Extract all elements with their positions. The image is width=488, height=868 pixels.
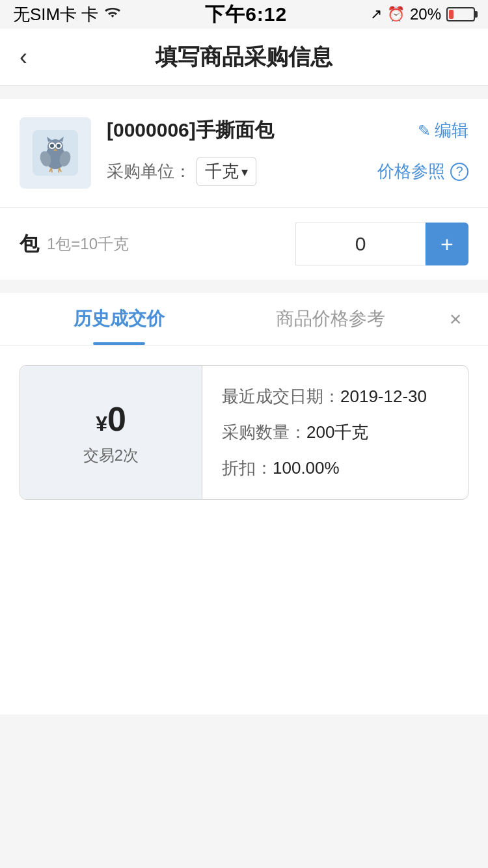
price-detail-discount: 折扣：100.00% xyxy=(222,455,448,481)
battery-percent: 20% xyxy=(410,5,441,23)
quantity-input[interactable]: 0 xyxy=(295,223,426,265)
svg-point-5 xyxy=(50,144,54,148)
time-display: 下午6:12 xyxy=(205,1,287,28)
product-name: [0000006]手撕面包 xyxy=(107,117,274,144)
alarm-icon: ⏰ xyxy=(387,6,405,23)
price-detail-date: 最近成交日期：2019-12-30 xyxy=(222,384,448,409)
product-image xyxy=(20,117,91,189)
unit-label: 采购单位： xyxy=(107,160,191,183)
price-card-section: ¥0 交易2次 最近成交日期：2019-12-30 采购数量：200千克 折扣：… xyxy=(0,346,488,519)
battery-icon xyxy=(446,7,475,21)
chevron-down-icon: ▾ xyxy=(241,164,248,180)
svg-line-15 xyxy=(59,168,59,172)
status-bar: 无SIM卡 卡 下午6:12 ↗ ⏰ 20% xyxy=(0,0,488,29)
nav-bar: ‹ 填写商品采购信息 xyxy=(0,29,488,86)
plus-icon: + xyxy=(441,232,454,257)
page-body-rest xyxy=(0,519,488,714)
close-icon: × xyxy=(450,307,462,331)
price-value: 0 xyxy=(107,400,126,438)
unit-select[interactable]: 千克 ▾ xyxy=(197,157,256,186)
price-ref-button[interactable]: 价格参照 ? xyxy=(377,160,468,183)
product-info: [0000006]手撕面包 ✎ 编辑 采购单位： 千克 ▾ 价格参照 ? xyxy=(107,117,468,186)
edit-button[interactable]: ✎ 编辑 xyxy=(418,119,468,142)
currency-symbol: ¥ xyxy=(96,412,107,435)
location-icon: ↗ xyxy=(370,6,382,23)
tabs-section: 历史成交价 商品价格参考 × ¥0 交易2次 最近成交日期：2019-12-30… xyxy=(0,293,488,519)
back-button[interactable]: ‹ xyxy=(20,44,27,71)
quantity-equiv: 1包=10千克 xyxy=(47,234,129,254)
trade-count: 交易2次 xyxy=(83,445,139,466)
page-title: 填写商品采购信息 xyxy=(156,42,332,72)
wifi-icon xyxy=(103,5,122,25)
product-logo-icon xyxy=(33,130,78,176)
product-card: [0000006]手撕面包 ✎ 编辑 采购单位： 千克 ▾ 价格参照 ? xyxy=(0,99,488,207)
quantity-unit-name: 包 xyxy=(20,231,39,258)
quantity-label: 包 1包=10千克 xyxy=(20,231,129,258)
price-left: ¥0 交易2次 xyxy=(20,366,202,499)
quantity-plus-button[interactable]: + xyxy=(426,223,468,265)
price-detail-qty: 采购数量：200千克 xyxy=(222,420,448,445)
status-right: ↗ ⏰ 20% xyxy=(370,5,475,23)
price-amount: ¥0 xyxy=(96,400,126,439)
price-card: ¥0 交易2次 最近成交日期：2019-12-30 采购数量：200千克 折扣：… xyxy=(20,365,468,500)
help-icon: ? xyxy=(450,163,468,181)
tabs-close-button[interactable]: × xyxy=(436,293,475,345)
tab-history-price[interactable]: 历史成交价 xyxy=(13,293,224,345)
status-left: 无SIM卡 卡 xyxy=(13,3,122,26)
svg-point-6 xyxy=(57,144,61,148)
unit-value: 千克 xyxy=(205,160,239,183)
tabs-header: 历史成交价 商品价格参考 × xyxy=(0,293,488,346)
carrier-label: 无SIM卡 卡 xyxy=(13,3,98,26)
edit-icon: ✎ xyxy=(418,122,431,140)
quantity-section: 包 1包=10千克 0 + xyxy=(0,208,488,280)
svg-line-13 xyxy=(51,168,52,172)
price-right: 最近成交日期：2019-12-30 采购数量：200千克 折扣：100.00% xyxy=(202,366,468,499)
tab-price-reference[interactable]: 商品价格参考 xyxy=(224,293,436,345)
quantity-controls: 0 + xyxy=(295,223,468,265)
